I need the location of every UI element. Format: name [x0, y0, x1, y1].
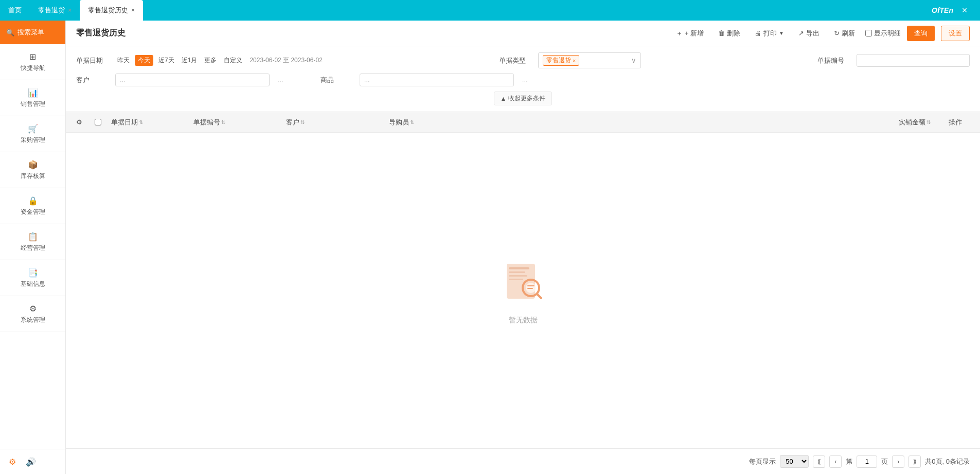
top-bar-right: OfTEn ×: [932, 3, 980, 17]
sidebar-item-basic-info[interactable]: 📑 基础信息: [0, 260, 65, 296]
sidebar-item-basic-info-label: 基础信息: [21, 280, 45, 288]
filter-row-1: 单据日期 昨天 今天 近7天 近1月 更多 自定义 2023-06-02 至 2…: [76, 52, 970, 68]
refresh-button[interactable]: ↻ 刷新: [830, 27, 859, 40]
customer-input[interactable]: [115, 74, 270, 86]
sidebar-item-quick-nav[interactable]: ⊞ 快捷导航: [0, 44, 65, 80]
next-page-button[interactable]: ›: [892, 455, 904, 468]
tab-retail-return-history[interactable]: 零售退货历史 ×: [80, 0, 143, 21]
th-checkbox[interactable]: [88, 119, 107, 125]
collapse-label: 收起更多条件: [508, 94, 545, 103]
export-button[interactable]: ↗ 导出: [794, 27, 824, 40]
sidebar-item-operations[interactable]: 📋 经营管理: [0, 224, 65, 260]
date-yesterday[interactable]: 昨天: [115, 55, 132, 66]
gear-icon: ⚙: [9, 457, 16, 467]
collapse-button[interactable]: ▲ 收起更多条件: [494, 92, 553, 105]
doc-number-label: 单据编号: [817, 56, 848, 65]
prev-page-button[interactable]: ‹: [829, 455, 842, 468]
sidebar-search[interactable]: 🔍 搜索菜单: [0, 21, 65, 44]
sidebar-item-quick-nav-label: 快捷导航: [21, 64, 45, 72]
date-range-display: 2023-06-02 至 2023-06-02: [250, 56, 322, 65]
sidebar-item-sales-mgmt-label: 销售管理: [21, 100, 45, 108]
th-settings[interactable]: ⚙: [70, 118, 88, 126]
brand-text: OfTEn: [932, 6, 953, 14]
goods-input[interactable]: [360, 74, 514, 86]
th-guide-label: 导购员: [389, 118, 409, 127]
basic-info-icon: 📑: [28, 267, 38, 278]
th-date-label: 单据日期: [111, 118, 138, 127]
svg-rect-1: [509, 267, 529, 269]
customer-filter-label: 客户: [76, 76, 107, 85]
sidebar-item-sales-mgmt[interactable]: 📊 销售管理: [0, 80, 65, 116]
refresh-icon: ↻: [834, 29, 840, 37]
th-number[interactable]: 单据编号 ⇅: [189, 118, 282, 127]
delete-label: 删除: [727, 29, 740, 38]
print-label: 打印: [763, 29, 777, 38]
sidebar-item-system[interactable]: ⚙ 系统管理: [0, 296, 65, 332]
date-more[interactable]: 更多: [202, 55, 219, 66]
page-title: 零售退货历史: [76, 28, 126, 39]
show-detail-checkbox[interactable]: [865, 30, 872, 37]
quick-nav-icon: ⊞: [28, 51, 38, 62]
th-guide-sort-icon: ⇅: [410, 119, 414, 125]
sidebar-item-finance[interactable]: 🔒 资金管理: [0, 188, 65, 224]
type-tag-remove[interactable]: ×: [573, 58, 576, 64]
sidebar-audio-button[interactable]: 🔊: [24, 454, 38, 469]
svg-rect-3: [509, 275, 527, 277]
select-all-checkbox[interactable]: [95, 119, 101, 125]
th-action: 操作: [935, 118, 976, 127]
th-guide[interactable]: 导购员 ⇅: [385, 118, 467, 127]
first-page-button[interactable]: ⟪: [813, 455, 825, 468]
empty-text: 暂无数据: [509, 316, 538, 325]
show-detail-checkbox-label[interactable]: 显示明细: [865, 29, 901, 38]
refresh-label: 刷新: [842, 29, 855, 38]
doc-number-input[interactable]: [857, 54, 970, 67]
th-customer-label: 客户: [286, 118, 299, 127]
page-header: 零售退货历史 ＋ + 新增 🗑 删除 🖨 打印 ▼ ↗ 导出: [66, 21, 980, 46]
top-bar: 首页 零售退货 × 零售退货历史 × OfTEn ×: [0, 0, 980, 21]
print-button[interactable]: 🖨 打印 ▼: [751, 27, 788, 40]
empty-icon: [497, 256, 549, 307]
sidebar-item-operations-label: 经营管理: [21, 244, 45, 252]
print-icon: 🖨: [755, 29, 761, 37]
sidebar-item-inventory[interactable]: 📦 库存核算: [0, 152, 65, 188]
settings-button[interactable]: 设置: [941, 26, 970, 41]
tab-retail-return-history-close[interactable]: ×: [131, 7, 135, 14]
date-7days[interactable]: 近7天: [156, 55, 176, 66]
date-today[interactable]: 今天: [135, 55, 153, 66]
tab-retail-return-close[interactable]: ×: [68, 7, 72, 14]
new-button[interactable]: ＋ + 新增: [672, 27, 708, 40]
th-amount-label: 实销金额: [899, 118, 925, 127]
customer-ellipsis: ...: [278, 76, 283, 84]
settings-col-icon: ⚙: [76, 118, 82, 126]
date-1month[interactable]: 近1月: [180, 55, 200, 66]
sidebar-settings-button[interactable]: ⚙: [5, 454, 20, 469]
th-amount[interactable]: 实销金额 ⇅: [467, 118, 935, 127]
delete-button[interactable]: 🗑 删除: [714, 27, 744, 40]
show-detail-label: 显示明细: [874, 29, 901, 38]
svg-line-7: [537, 294, 541, 298]
empty-state: 暂无数据: [66, 133, 980, 448]
type-filter-select[interactable]: 零售退货 × ∨: [538, 52, 641, 68]
svg-rect-2: [509, 271, 525, 273]
date-custom[interactable]: 自定义: [222, 55, 244, 66]
sidebar: 🔍 搜索菜单 ⊞ 快捷导航 📊 销售管理 🛒 采购管理 📦 库存核算 🔒 资金管…: [0, 21, 66, 474]
th-date[interactable]: 单据日期 ⇅: [107, 118, 189, 127]
delete-icon: 🗑: [718, 29, 725, 37]
sidebar-item-purchase-mgmt[interactable]: 🛒 采购管理: [0, 116, 65, 152]
tab-home-label: 首页: [8, 6, 22, 15]
pagination-bar: 每页显示 20 50 100 200 ⟪ ‹ 第 页 › ⟫ 共0页, 0条记录: [66, 448, 980, 474]
page-number-input[interactable]: [857, 455, 877, 468]
type-select-chevron-icon: ∨: [631, 57, 636, 64]
tab-retail-return[interactable]: 零售退货 ×: [30, 0, 80, 21]
content-area: 零售退货历史 ＋ + 新增 🗑 删除 🖨 打印 ▼ ↗ 导出: [66, 21, 980, 474]
sidebar-bottom: ⚙ 🔊: [0, 449, 65, 474]
type-filter-label: 单据类型: [499, 56, 530, 65]
tab-home[interactable]: 首页: [0, 0, 30, 21]
th-customer[interactable]: 客户 ⇅: [282, 118, 385, 127]
table-area: ⚙ 单据日期 ⇅ 单据编号 ⇅ 客户 ⇅ 导购员: [66, 112, 980, 448]
window-close-button[interactable]: ×: [957, 3, 972, 17]
page-size-select[interactable]: 20 50 100 200: [780, 455, 809, 468]
query-button[interactable]: 查询: [907, 26, 935, 41]
finance-icon: 🔒: [28, 195, 38, 206]
last-page-button[interactable]: ⟫: [908, 455, 921, 468]
